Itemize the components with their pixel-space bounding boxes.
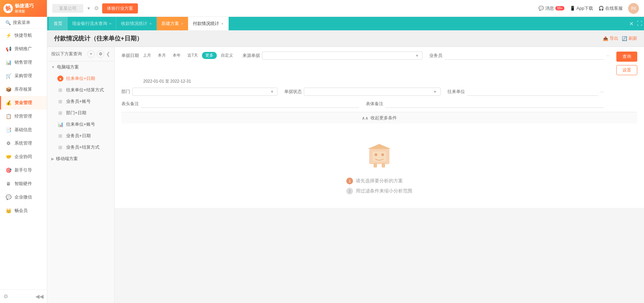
header-actions: 📤 导出 🔄 刷新 — [603, 35, 637, 41]
svg-rect-4 — [374, 163, 377, 168]
scheme-item-label: 往来单位+结算方式 — [66, 87, 104, 93]
sidebar-item-wechat[interactable]: 💬 企业微信 — [0, 190, 47, 204]
tab-close-icon[interactable]: × — [109, 22, 111, 26]
staff-label: 业务员 — [429, 53, 442, 59]
settings-button[interactable]: 设置 — [616, 65, 637, 75]
date-btn-7days[interactable]: 近7天 — [185, 52, 201, 59]
date-btn-this-month[interactable]: 本月 — [155, 52, 169, 59]
scheme-group-mobile-header[interactable]: ▶ 移动端方案 — [47, 153, 114, 164]
dropdown-arrow-icon[interactable]: ▼ — [87, 6, 91, 11]
footer-settings-icon[interactable]: ⚙ — [3, 293, 8, 300]
refresh-button[interactable]: 🔄 刷新 — [622, 35, 637, 41]
scheme-table-icon: ⊞ — [57, 110, 63, 116]
topbar-left: 某某公司 ▼ ⚙ 体验行业方案 — [52, 3, 138, 13]
scheme-item-label: 业务员+结算方式 — [66, 144, 99, 150]
sidebar-search[interactable]: 🔍 搜索菜单 — [0, 17, 47, 29]
dept-label: 部门 — [121, 89, 130, 95]
tab-income-stat[interactable]: 收款情况统计 × — [116, 17, 156, 30]
source-filter: 来源单据 ▼ — [242, 52, 423, 60]
tab-new-scheme[interactable]: 新建方案 × — [157, 17, 188, 30]
filter-section: 单据日期 上月 本月 本年 近7天 更多 自定义 来源单据 — [115, 47, 644, 124]
partner-input[interactable] — [467, 88, 598, 96]
sidebar-item-quick-nav[interactable]: ⚡ 快捷导航 — [0, 29, 47, 42]
phone-icon: 📱 — [570, 6, 575, 11]
sidebar-item-purchase[interactable]: 🛒 采购管理 — [0, 69, 47, 83]
sidebar-item-label: 新手引导 — [14, 167, 32, 173]
topbar-settings-icon[interactable]: ⚙ — [94, 5, 99, 11]
trial-button[interactable]: 体验行业方案 — [102, 3, 138, 13]
sidebar-item-operations[interactable]: 📋 经营管理 — [0, 110, 47, 123]
messages-button[interactable]: 💬 消息 99+ — [538, 5, 564, 11]
scheme-item-staff-settlement[interactable]: ⊞ 业务员+结算方式 — [47, 142, 114, 153]
sidebar-item-marketing[interactable]: 📢 营销推广 — [0, 42, 47, 56]
staff-input[interactable] — [444, 52, 604, 60]
query-button[interactable]: 查询 — [616, 52, 637, 62]
scheme-item-staff-account[interactable]: ⊞ 业务员+账号 — [47, 96, 114, 107]
scheme-item-unit-date[interactable]: ● 往来单位+日期 — [47, 73, 114, 84]
scheme-add-button[interactable]: + — [87, 50, 95, 58]
scheme-panel-header: 按以下方案查询 + ⚙ ❮ — [47, 47, 114, 61]
date-btn-custom[interactable]: 自定义 — [218, 52, 236, 59]
sidebar-item-guide[interactable]: 🎯 新手引导 — [0, 163, 47, 177]
docstatus-label: 单据状态 — [284, 89, 302, 95]
refresh-label: 刷新 — [628, 35, 637, 41]
tab-close-icon[interactable]: × — [221, 22, 223, 26]
online-service-label: 在线客服 — [605, 5, 623, 11]
sidebar: 畅 畅捷通巧 标准版 🔍 搜索菜单 ⚡ 快捷导航 📢 营销推广 📊 销售管理 🛒… — [0, 0, 47, 303]
header-note-label: 表头备注 — [121, 101, 139, 107]
app-download-button[interactable]: 📱 App下载 — [570, 5, 593, 11]
docstatus-dropdown-icon: ▼ — [433, 90, 437, 94]
scheme-panel-actions: + ⚙ ❮ — [87, 50, 110, 58]
sidebar-item-sales[interactable]: 📊 销售管理 — [0, 56, 47, 69]
user-avatar[interactable]: Rit — [628, 3, 639, 14]
tab-cash-flow[interactable]: 现金银行流水查询 × — [67, 17, 116, 30]
scheme-group-mobile: ▶ 移动端方案 — [47, 153, 114, 164]
sidebar-item-inventory[interactable]: 📦 库存核算 — [0, 83, 47, 96]
online-service-button[interactable]: 🎧 在线客服 — [598, 5, 623, 11]
sidebar-item-system[interactable]: ⚙ 系统管理 — [0, 137, 47, 150]
scheme-group-desktop-header[interactable]: ▼ 电脑端方案 — [47, 61, 114, 73]
header-note-input[interactable] — [141, 100, 359, 108]
scheme-item-dept-date[interactable]: ⊞ 部门+日期 — [47, 107, 114, 119]
sidebar-item-basic-info[interactable]: 📑 基础信息 — [0, 123, 47, 137]
sidebar-item-capital[interactable]: 💰 资金管理 — [0, 96, 47, 110]
scheme-item-staff-date[interactable]: ⊞ 业务员+日期 — [47, 130, 114, 142]
date-btn-last-month[interactable]: 上月 — [140, 52, 154, 59]
collapse-button[interactable]: ∧∧ 收起更多条件 — [121, 112, 637, 124]
sidebar-item-label: 销售管理 — [14, 59, 32, 65]
tab-close-all-icon[interactable]: ✕ — [629, 21, 634, 27]
scheme-collapse-icon[interactable]: ❮ — [106, 51, 110, 57]
tab-payment-stat[interactable]: 付款情况统计 × — [188, 17, 228, 30]
header-note-filter: 表头备注 — [121, 100, 359, 108]
date-btn-this-year[interactable]: 本年 — [170, 52, 183, 59]
export-button[interactable]: 📤 导出 — [603, 35, 618, 41]
staff-filter: 业务员 ··· — [429, 52, 610, 60]
source-select[interactable]: ▼ — [262, 52, 423, 60]
tab-close-icon[interactable]: × — [149, 22, 151, 26]
sidebar-item-member[interactable]: 👑 畅会员 — [0, 204, 47, 217]
collapse-up-icon: ∧∧ — [362, 116, 369, 121]
purchase-icon: 🛒 — [5, 72, 12, 79]
date-btn-more[interactable]: 更多 — [202, 52, 217, 59]
sidebar-item-hardware[interactable]: 🖥 智能硬件 — [0, 177, 47, 190]
partner-filter: 往来单位 ··· — [447, 88, 604, 96]
tab-income-stat-label: 收款情况统计 — [121, 21, 147, 27]
tab-maximize-icon[interactable]: ⛶ — [637, 21, 642, 27]
sidebar-item-enterprise[interactable]: 🤝 企业协同 — [0, 150, 47, 163]
footer-collapse-icon[interactable]: ◀◀ — [35, 293, 43, 300]
tab-close-icon[interactable]: × — [181, 22, 183, 26]
scheme-settings-button[interactable]: ⚙ — [97, 50, 104, 58]
scheme-item-unit-account[interactable]: 📊 往来单位+账号 — [47, 119, 114, 130]
docstatus-select[interactable]: ▼ — [304, 88, 440, 96]
settings-icon: ⚙ — [99, 52, 103, 56]
export-label: 导出 — [610, 35, 618, 41]
scheme-item-unit-settlement[interactable]: ⊞ 往来单位+结算方式 — [47, 84, 114, 96]
tab-home[interactable]: 首页 — [49, 17, 67, 30]
inventory-icon: 📦 — [5, 86, 12, 93]
company-name: 某某公司 — [52, 4, 83, 13]
sidebar-nav: ⚡ 快捷导航 📢 营销推广 📊 销售管理 🛒 采购管理 📦 库存核算 💰 资金管… — [0, 29, 47, 290]
scheme-panel-title: 按以下方案查询 — [51, 51, 82, 57]
system-icon: ⚙ — [5, 140, 12, 147]
body-note-input[interactable] — [385, 100, 604, 108]
dept-select[interactable]: ▼ — [132, 88, 277, 96]
